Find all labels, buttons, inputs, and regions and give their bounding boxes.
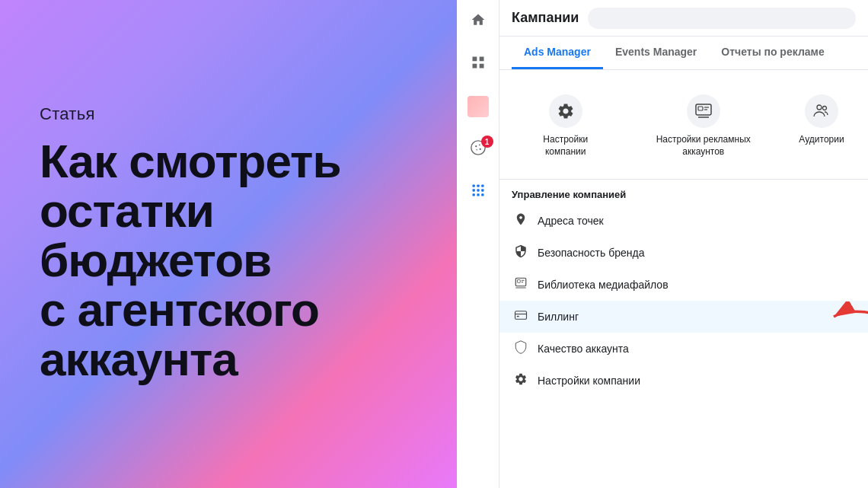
menu-item-addresses[interactable]: Адреса точек bbox=[499, 205, 868, 237]
media-library-icon bbox=[512, 276, 530, 293]
svg-rect-22 bbox=[518, 280, 521, 283]
menu-item-billing[interactable]: Биллинг bbox=[499, 301, 868, 333]
card-ad-account-settings-label: Настройки рекламных аккаунтов bbox=[637, 134, 769, 158]
sidebar-item-apps[interactable] bbox=[457, 171, 499, 213]
svg-rect-13 bbox=[481, 193, 483, 196]
settings-icon bbox=[549, 94, 582, 128]
svg-point-19 bbox=[817, 105, 822, 110]
audiences-icon bbox=[805, 94, 838, 128]
divider-1 bbox=[499, 179, 868, 180]
billing-arrow bbox=[822, 301, 868, 332]
menu-billing-label: Биллинг bbox=[538, 311, 579, 323]
svg-point-2 bbox=[478, 144, 480, 145]
tab-ads-manager[interactable]: Ads Manager bbox=[512, 37, 603, 69]
right-panel: 1 Кампании Ads Manager Events Manager От… bbox=[457, 0, 868, 488]
sidebar-item-cookie[interactable]: 1 bbox=[457, 128, 499, 171]
card-audiences-label: Аудитории bbox=[799, 134, 844, 146]
card-audiences[interactable]: Аудитории bbox=[787, 85, 856, 167]
svg-rect-5 bbox=[472, 184, 474, 187]
svg-point-4 bbox=[476, 148, 477, 150]
svg-point-3 bbox=[479, 148, 480, 149]
svg-point-1 bbox=[475, 145, 477, 147]
sidebar-item-home[interactable] bbox=[457, 0, 499, 43]
account-quality-icon bbox=[512, 340, 530, 357]
svg-rect-8 bbox=[472, 189, 474, 191]
menu-item-company-settings[interactable]: Настройки компании bbox=[499, 365, 868, 397]
card-company-settings[interactable]: Настройки компании bbox=[512, 85, 619, 167]
apps-icon bbox=[471, 183, 486, 202]
billing-icon bbox=[512, 308, 530, 325]
menu-account-quality-label: Качество аккаунта bbox=[538, 343, 629, 355]
card-company-settings-label: Настройки компании bbox=[524, 134, 607, 158]
svg-rect-11 bbox=[472, 193, 474, 196]
svg-point-20 bbox=[823, 107, 827, 110]
svg-rect-7 bbox=[481, 184, 483, 187]
tabs-bar: Ads Manager Events Manager Отчеты по рек… bbox=[499, 37, 868, 70]
notification-badge: 1 bbox=[481, 136, 493, 148]
svg-rect-26 bbox=[515, 311, 527, 320]
main-content: Кампании Ads Manager Events Manager Отче… bbox=[499, 0, 868, 488]
main-title: Как смотреть остатки бюджетов с агентско… bbox=[40, 136, 417, 384]
menu-company-settings-label: Настройки компании bbox=[538, 375, 640, 387]
svg-rect-6 bbox=[477, 184, 479, 187]
svg-rect-28 bbox=[517, 316, 519, 317]
avatar bbox=[468, 96, 489, 117]
shield-icon bbox=[512, 244, 530, 261]
menu-brand-safety-label: Безопасность бренда bbox=[538, 247, 644, 259]
tab-events-manager[interactable]: Events Manager bbox=[603, 37, 709, 69]
menu-media-library-label: Библиотека медиафайлов bbox=[538, 279, 669, 291]
left-panel: Статья Как смотреть остатки бюджетов с а… bbox=[0, 0, 457, 488]
home-icon bbox=[471, 12, 486, 31]
menu-item-brand-safety[interactable]: Безопасность бренда bbox=[499, 237, 868, 269]
menu-item-account-quality[interactable]: Качество аккаунта bbox=[499, 333, 868, 365]
tab-reports[interactable]: Отчеты по рекламе bbox=[709, 37, 836, 69]
campaigns-header: Кампании bbox=[499, 0, 868, 37]
svg-rect-15 bbox=[698, 107, 703, 110]
card-ad-account-settings[interactable]: Настройки рекламных аккаунтов bbox=[625, 85, 781, 167]
search-bar[interactable] bbox=[588, 8, 856, 29]
svg-rect-9 bbox=[477, 189, 479, 191]
sidebar-item-grid[interactable] bbox=[457, 43, 499, 85]
location-icon bbox=[512, 212, 530, 229]
company-settings-icon bbox=[512, 372, 530, 389]
grid-icon bbox=[471, 55, 486, 74]
menu-item-media-library[interactable]: Библиотека медиафайлов bbox=[499, 269, 868, 301]
svg-rect-12 bbox=[477, 193, 479, 196]
cards-row: Настройки компании Настройки рекламных а… bbox=[499, 70, 868, 176]
ad-account-icon bbox=[687, 94, 720, 128]
article-label: Статья bbox=[40, 104, 417, 124]
campaigns-title: Кампании bbox=[512, 10, 579, 26]
sidebar: 1 bbox=[457, 0, 499, 488]
svg-rect-10 bbox=[481, 189, 483, 191]
section-manage-company: Управление компанией bbox=[499, 183, 868, 205]
sidebar-item-avatar[interactable] bbox=[457, 85, 499, 128]
menu-addresses-label: Адреса точек bbox=[538, 215, 604, 227]
